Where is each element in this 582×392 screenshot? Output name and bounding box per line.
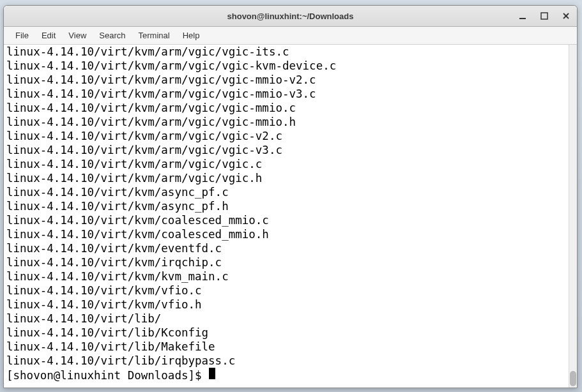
window-controls xyxy=(516,9,573,23)
terminal-output-line: linux-4.14.10/virt/lib/ xyxy=(6,312,568,326)
minimize-button[interactable] xyxy=(516,9,530,23)
terminal-output-line: linux-4.14.10/virt/kvm/arm/vgic/vgic-mmi… xyxy=(6,73,568,87)
svg-rect-1 xyxy=(541,13,548,19)
terminal-area[interactable]: linux-4.14.10/virt/kvm/arm/vgic/vgic-its… xyxy=(4,45,577,388)
terminal-output-line: linux-4.14.10/virt/kvm/coalesced_mmio.c xyxy=(6,213,568,227)
minimize-icon xyxy=(519,12,526,20)
terminal-output-line: linux-4.14.10/virt/kvm/coalesced_mmio.h xyxy=(6,227,568,241)
menu-help[interactable]: Help xyxy=(176,28,206,43)
terminal-output-line: linux-4.14.10/virt/lib/irqbypass.c xyxy=(6,354,568,368)
svg-rect-0 xyxy=(519,18,526,19)
terminal-prompt: [shovon@linuxhint Downloads]$ xyxy=(6,368,208,382)
terminal-output-line: linux-4.14.10/virt/kvm/vfio.c xyxy=(6,283,568,298)
terminal-output-line: linux-4.14.10/virt/kvm/arm/vgic/vgic-kvm… xyxy=(6,59,568,73)
scrollbar-thumb[interactable] xyxy=(570,371,576,386)
terminal-output-line: linux-4.14.10/virt/kvm/arm/vgic/vgic-v3.… xyxy=(6,143,568,157)
terminal-output-line: linux-4.14.10/virt/kvm/vfio.h xyxy=(6,298,568,312)
terminal-prompt-line[interactable]: [shovon@linuxhint Downloads]$ xyxy=(6,368,568,382)
terminal-cursor xyxy=(209,368,215,379)
terminal-output-line: linux-4.14.10/virt/kvm/async_pf.c xyxy=(6,185,568,199)
terminal-output-line: linux-4.14.10/virt/kvm/async_pf.h xyxy=(6,199,568,213)
terminal-output-line: linux-4.14.10/virt/kvm/arm/vgic/vgic.c xyxy=(6,157,568,171)
close-button[interactable] xyxy=(559,9,573,23)
terminal-output-line: linux-4.14.10/virt/kvm/arm/vgic/vgic.h xyxy=(6,171,568,185)
terminal-output-line: linux-4.14.10/virt/lib/Makefile xyxy=(6,340,568,354)
maximize-button[interactable] xyxy=(537,9,551,23)
terminal-output-line: linux-4.14.10/virt/kvm/arm/vgic/vgic-v2.… xyxy=(6,129,568,143)
terminal-content[interactable]: linux-4.14.10/virt/kvm/arm/vgic/vgic-its… xyxy=(6,45,568,388)
menu-search[interactable]: Search xyxy=(93,28,132,43)
terminal-output-line: linux-4.14.10/virt/kvm/eventfd.c xyxy=(6,241,568,255)
terminal-output-line: linux-4.14.10/virt/kvm/irqchip.c xyxy=(6,255,568,269)
window-title: shovon@linuxhint:~/Downloads xyxy=(4,11,577,21)
terminal-window: shovon@linuxhint:~/Downloads File Edit V… xyxy=(3,5,578,388)
terminal-output-line: linux-4.14.10/virt/kvm/kvm_main.c xyxy=(6,269,568,283)
menu-view[interactable]: View xyxy=(62,28,93,43)
menu-terminal[interactable]: Terminal xyxy=(132,28,176,43)
titlebar[interactable]: shovon@linuxhint:~/Downloads xyxy=(4,6,577,27)
terminal-output-line: linux-4.14.10/virt/kvm/arm/vgic/vgic-mmi… xyxy=(6,101,568,115)
terminal-output-line: linux-4.14.10/virt/kvm/arm/vgic/vgic-mmi… xyxy=(6,115,568,129)
terminal-output-line: linux-4.14.10/virt/kvm/arm/vgic/vgic-its… xyxy=(6,45,568,59)
menubar: File Edit View Search Terminal Help xyxy=(4,27,577,45)
terminal-output-line: linux-4.14.10/virt/kvm/arm/vgic/vgic-mmi… xyxy=(6,87,568,101)
scrollbar[interactable] xyxy=(569,45,577,388)
menu-file[interactable]: File xyxy=(9,28,35,43)
maximize-icon xyxy=(540,12,548,20)
menu-edit[interactable]: Edit xyxy=(35,28,62,43)
close-icon xyxy=(562,12,570,20)
terminal-output-line: linux-4.14.10/virt/lib/Kconfig xyxy=(6,326,568,340)
